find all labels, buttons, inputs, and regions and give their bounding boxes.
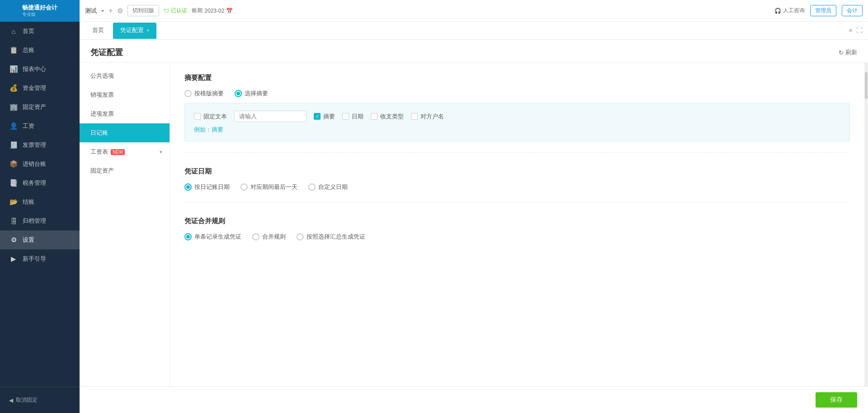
header-right: 🎧 人工咨询 管理员 会计 xyxy=(774,5,863,16)
checkbox-date[interactable]: 日期 xyxy=(342,113,363,121)
period-value: 2023-02 xyxy=(204,8,224,14)
checkbox-income-type-label: 收支类型 xyxy=(380,113,404,121)
chevron-down-icon: ▾ xyxy=(160,149,162,155)
example-value: 摘要 xyxy=(212,126,223,133)
header-gear-button[interactable]: ⚙ xyxy=(117,7,123,15)
left-nav-payroll-table[interactable]: 工资表 NEW ▾ xyxy=(80,142,170,161)
radio-by-selection[interactable]: 按照选择汇总生成凭证 xyxy=(297,233,365,241)
tab-home[interactable]: 首页 xyxy=(85,23,111,39)
merge-section: 凭证合并规则 单条记录生成凭证 合并规则 xyxy=(184,217,850,252)
consult-button[interactable]: 🎧 人工咨询 xyxy=(774,7,805,14)
radio-by-selection-label: 按照选择汇总生成凭证 xyxy=(307,233,365,241)
sidebar-item-fund[interactable]: 💰 资金管理 xyxy=(0,79,80,98)
sidebar-item-archive[interactable]: 🗄 归档管理 xyxy=(0,211,80,230)
dropdown-icon[interactable]: ▾ xyxy=(101,8,104,14)
checkbox-fixed-text[interactable]: 固定文本 xyxy=(194,113,227,121)
checkbox-income-type[interactable]: 收支类型 xyxy=(371,113,404,121)
accountant-button[interactable]: 会计 xyxy=(842,5,863,16)
inner-layout: 公共选项 销项发票 进项发票 日记账 工资表 NEW xyxy=(80,63,868,386)
summary-sub-section: 固定文本 ✓ 摘要 日期 xyxy=(184,103,850,141)
left-nav-sales-invoice[interactable]: 销项发票 xyxy=(80,85,170,104)
checkbox-summary-box: ✓ xyxy=(314,113,321,120)
tab-config[interactable]: 凭证配置 × xyxy=(113,23,156,39)
left-nav-journal-label: 日记账 xyxy=(90,129,108,136)
sidebar-item-sales[interactable]: 📦 进销台账 xyxy=(0,155,80,174)
tab-bar-expand-button[interactable]: ⛶ xyxy=(856,27,863,35)
left-nav-purchase-invoice-label: 进项发票 xyxy=(90,110,114,117)
calendar-icon[interactable]: 📅 xyxy=(226,8,233,14)
save-button[interactable]: 保存 xyxy=(816,392,857,408)
add-company-button[interactable]: + xyxy=(108,7,113,15)
page-content: 凭证配置 ↻ 刷新 公共选项 销项发票 xyxy=(80,40,868,413)
scroll-track xyxy=(864,63,868,386)
left-nav-purchase-invoice[interactable]: 进项发票 xyxy=(80,104,170,123)
sidebar-scroll: ⌂ 首页 📋 总账 📊 报表中心 💰 资金管理 🏢 固定资产 xyxy=(0,22,80,387)
date-title: 凭证日期 xyxy=(184,167,850,176)
date-section: 凭证日期 按日记账日期 对应期间最后一天 xyxy=(184,167,850,202)
sidebar-item-closing[interactable]: 📂 结账 xyxy=(0,192,80,211)
merge-title: 凭证合并规则 xyxy=(184,217,850,225)
sidebar-item-label: 税务管理 xyxy=(23,179,46,187)
tab-bar-close-button[interactable]: × xyxy=(849,27,853,35)
refresh-button[interactable]: ↻ 刷新 xyxy=(839,48,857,56)
scroll-thumb[interactable] xyxy=(865,72,868,99)
page-footer: 保存 xyxy=(80,386,868,413)
radio-select-circle xyxy=(235,90,242,97)
sidebar-logo: 畅捷通好会计 专业版 xyxy=(0,0,80,22)
left-nav-public[interactable]: 公共选项 xyxy=(80,66,170,85)
tab-config-label: 凭证配置 xyxy=(120,26,144,34)
invoice-icon: 🧾 xyxy=(9,141,18,149)
checkbox-counterparty-label: 对方户名 xyxy=(420,113,444,121)
certified-badge: 🛡 已认证 xyxy=(164,7,187,14)
tab-close-icon[interactable]: × xyxy=(146,28,149,33)
checkbox-date-label: 日期 xyxy=(352,113,363,121)
radio-select-summary[interactable]: 选择摘要 xyxy=(235,89,268,98)
page-header: 凭证配置 ↻ 刷新 xyxy=(80,40,868,63)
radio-template-summary[interactable]: 按模版摘要 xyxy=(184,89,224,98)
sidebar-item-label: 进销台账 xyxy=(23,160,46,168)
radio-custom-date[interactable]: 自定义日期 xyxy=(308,183,348,191)
checkbox-counterparty[interactable]: 对方户名 xyxy=(411,113,444,121)
left-nav-journal[interactable]: 日记账 xyxy=(80,123,170,142)
payroll-icon: 👤 xyxy=(9,122,18,130)
admin-button[interactable]: 管理员 xyxy=(810,5,836,16)
sidebar-item-ledger[interactable]: 📋 总账 xyxy=(0,41,80,60)
radio-journal-date-label: 按日记账日期 xyxy=(194,183,230,191)
sidebar-item-asset[interactable]: 🏢 固定资产 xyxy=(0,98,80,117)
sidebar-item-guide[interactable]: ▶ 新手引导 xyxy=(0,249,80,268)
asset-icon: 🏢 xyxy=(9,103,18,111)
radio-custom-date-circle xyxy=(308,183,316,191)
summary-title: 摘要配置 xyxy=(184,74,850,82)
sidebar-item-home[interactable]: ⌂ 首页 xyxy=(0,22,80,41)
company-name: 测试 xyxy=(85,7,97,15)
tab-bar-controls: × ⛶ xyxy=(849,27,863,35)
radio-template-label: 按模版摘要 xyxy=(194,89,224,98)
sidebar-item-invoice[interactable]: 🧾 发票管理 xyxy=(0,136,80,155)
fixed-text-input[interactable] xyxy=(234,111,307,122)
report-icon: 📊 xyxy=(9,65,18,73)
page-title: 凭证配置 xyxy=(90,47,123,58)
radio-journal-date[interactable]: 按日记账日期 xyxy=(184,183,230,191)
radio-single[interactable]: 单条记录生成凭证 xyxy=(184,233,241,241)
sidebar-item-label: 首页 xyxy=(23,27,34,35)
cancel-fixed-button[interactable]: ◀ 取消固定 xyxy=(0,392,80,408)
summary-sub-row: 固定文本 ✓ 摘要 日期 xyxy=(194,111,840,122)
guide-icon: ▶ xyxy=(9,255,18,263)
sidebar-item-label: 固定资产 xyxy=(23,103,46,111)
old-version-button[interactable]: 切到旧版 xyxy=(127,5,159,16)
sidebar-item-label: 总账 xyxy=(23,46,34,54)
sidebar-item-settings[interactable]: ⚙ 设置 xyxy=(0,230,80,249)
sidebar-item-report[interactable]: 📊 报表中心 xyxy=(0,60,80,79)
sidebar-item-payroll[interactable]: 👤 工资 xyxy=(0,117,80,136)
certified-label: 已认证 xyxy=(171,7,187,14)
radio-period-last[interactable]: 对应期间最后一天 xyxy=(241,183,297,191)
left-nav-fixed-asset[interactable]: 固定资产 xyxy=(80,161,170,180)
sidebar-item-label: 发票管理 xyxy=(23,141,46,149)
left-nav-fixed-asset-label: 固定资产 xyxy=(90,167,114,174)
radio-merge-rules[interactable]: 合并规则 xyxy=(252,233,286,241)
right-content: 摘要配置 按模版摘要 选择摘要 xyxy=(170,63,864,386)
new-badge: NEW xyxy=(111,149,125,155)
checkbox-summary[interactable]: ✓ 摘要 xyxy=(314,113,335,121)
sidebar-item-tax[interactable]: 📑 税务管理 xyxy=(0,174,80,192)
sidebar-item-label: 报表中心 xyxy=(23,65,46,73)
